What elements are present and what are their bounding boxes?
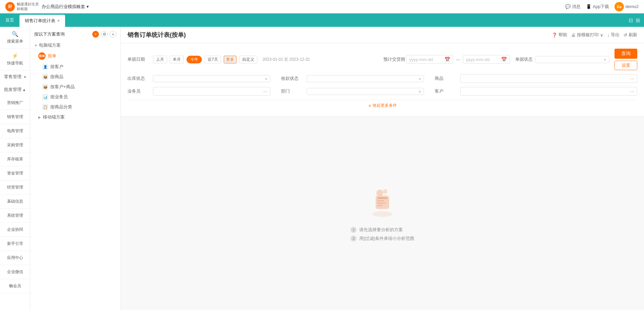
page-header: 销售订单统计表(按单) ❓ 帮助 🖨 按模板打印 ∨ ↓ 导出: [121, 27, 644, 43]
sidebar: 🔍 搜索菜单 ⚡ 快捷导航 零售管理 ▾ 批发管理 ▲ 营销推广 销售管理 电商…: [0, 27, 30, 310]
expected-date-end[interactable]: yyyy-mm-dd 📅: [463, 55, 510, 64]
tree-parent-mobile[interactable]: ▶ 移动端方案: [30, 112, 120, 122]
dropdown-icon[interactable]: ▾: [87, 4, 89, 9]
message-button[interactable]: 💬 消息: [565, 4, 581, 10]
filter-row-3: 业务员 ··· 部门 ∨ 客户 ···: [127, 87, 637, 96]
app-download-button[interactable]: 📱 App下载: [586, 4, 609, 10]
page-actions: ❓ 帮助 🖨 按模板打印 ∨ ↓ 导出 ↺ 刷新: [552, 32, 638, 38]
expected-date-start[interactable]: yyyy-mm-dd 📅: [406, 55, 453, 64]
query-button[interactable]: 查询: [614, 49, 637, 59]
dept-label: 部门: [281, 88, 301, 94]
minimize-icon[interactable]: ⊟: [629, 17, 633, 23]
sidebar-item-appcenter[interactable]: 应用中心: [0, 251, 30, 265]
filter-row-1: 单据日期 上月 本月 今年 近7天 更多 自定义 2023-01-01 至 20…: [127, 49, 637, 70]
sidebar-item-sales[interactable]: 销售管理: [0, 110, 30, 124]
date-btn-7days[interactable]: 近7天: [205, 56, 221, 63]
payment-arrow-icon: ∨: [419, 77, 421, 81]
tree-item-by-customer[interactable]: 👤 按客户: [30, 62, 120, 72]
collapse-bar[interactable]: ∧ 收起更多条件: [127, 100, 637, 111]
sidebar-item-marketing[interactable]: 营销推广: [0, 96, 30, 110]
tab-bar: 首页 销售订单统计表 × ⊟ ⊞: [0, 13, 644, 27]
calendar-start-icon[interactable]: 📅: [444, 57, 450, 62]
action-column: 查询 设置: [614, 49, 637, 70]
tree-item-by-salesman[interactable]: 📊 按业务员: [30, 92, 120, 102]
print-button[interactable]: 🖨 按模板打印 ∨: [571, 32, 603, 38]
sidebar-item-finance[interactable]: 资金管理: [0, 166, 30, 180]
sidebar-item-purchase[interactable]: 采购管理: [0, 138, 30, 152]
calendar-end-icon[interactable]: 📅: [501, 57, 507, 62]
refresh-button[interactable]: ↺ 刷新: [624, 32, 637, 38]
add-scheme-button[interactable]: +: [92, 31, 99, 38]
delivery-label: 出库状态: [127, 75, 148, 82]
payment-status-select[interactable]: ∨: [307, 75, 424, 82]
tab-active[interactable]: 销售订单统计表 ×: [19, 15, 65, 27]
sidebar-item-newbie[interactable]: 新手引导: [0, 237, 30, 251]
goods-input[interactable]: ···: [460, 74, 637, 83]
tree-item-by-customer-goods[interactable]: 📦 按客户+商品: [30, 82, 120, 92]
svg-point-7: [383, 189, 387, 194]
tab-home[interactable]: 首页: [0, 13, 19, 27]
salesman-dots-icon[interactable]: ···: [263, 89, 267, 94]
main-layout: 🔍 搜索菜单 ⚡ 快捷导航 零售管理 ▾ 批发管理 ▲ 营销推广 销售管理 电商…: [0, 27, 644, 310]
delivery-status-select[interactable]: ∨: [153, 75, 270, 82]
date-btn-this-year[interactable]: 今年: [186, 56, 202, 63]
tree-arrow-desktop: ▼: [34, 44, 38, 47]
sidebar-item-member[interactable]: 畅会员: [0, 279, 30, 293]
settings-scheme-button[interactable]: ⚙: [101, 31, 108, 38]
svg-rect-3: [377, 200, 384, 201]
by-category-icon: 📋: [42, 104, 48, 110]
goods-dots-icon[interactable]: ···: [630, 76, 634, 81]
svg-point-0: [372, 211, 392, 217]
sidebar-item-wholesale[interactable]: 批发管理 ▲: [0, 83, 30, 96]
tree-parent-desktop[interactable]: ▼ 电脑端方案: [30, 40, 120, 50]
dept-arrow-icon: ∨: [419, 90, 421, 93]
app-title[interactable]: 办公用品行业模拟账套 ▾: [42, 4, 89, 10]
sidebar-item-enterprise[interactable]: 企业协同: [0, 223, 30, 237]
sidebar-item-system[interactable]: 系统管理: [0, 209, 30, 223]
salesman-input[interactable]: ···: [153, 87, 270, 96]
dept-select[interactable]: ∨: [307, 88, 424, 95]
customer-dots-icon[interactable]: ···: [630, 89, 634, 94]
help-button[interactable]: ❓ 帮助: [552, 32, 567, 38]
tree-item-by-category[interactable]: 📋 按商品分类: [30, 102, 120, 112]
date-btn-more[interactable]: 更多: [224, 56, 236, 63]
maximize-icon[interactable]: ⊞: [636, 17, 640, 23]
svg-rect-2: [377, 197, 387, 199]
customer-label: 客户: [435, 88, 455, 94]
top-bar: 好 畅捷通好生意 标账版 办公用品行业模拟账套 ▾ 💬 消息 📱 App下载 E…: [0, 0, 644, 13]
tree-item-by-goods[interactable]: 📦 按商品: [30, 72, 120, 82]
sidebar-search[interactable]: 🔍 搜索菜单: [0, 27, 30, 49]
sidebar-item-operations[interactable]: 经营管理: [0, 180, 30, 195]
sidebar-item-wechat[interactable]: 企业微信: [0, 265, 30, 279]
settings-button[interactable]: 设置: [614, 61, 637, 70]
date-btn-this-month[interactable]: 本月: [170, 56, 184, 63]
sidebar-item-retail[interactable]: 零售管理 ▾: [0, 70, 30, 83]
top-bar-right: 💬 消息 📱 App下载 Ea demo2: [565, 2, 639, 11]
download-icon: 📱: [586, 4, 591, 9]
tab-close-icon[interactable]: ×: [57, 18, 60, 23]
export-button[interactable]: ↓ 导出: [607, 32, 620, 38]
by-customer-goods-icon: 📦: [42, 84, 48, 90]
user-menu[interactable]: Ea demo2: [614, 2, 639, 11]
expected-date-label: 预计交货期: [383, 56, 404, 62]
logo-text: 畅捷通好生意 标账版: [17, 2, 39, 11]
hint-item-1: 1 请先选择要分析的方案: [351, 227, 414, 233]
collapse-icon: ∧: [368, 103, 371, 108]
sidebar-item-basic[interactable]: 基础信息: [0, 195, 30, 209]
tree-item-by-order[interactable]: 按单 按单: [30, 50, 120, 62]
collapse-panel-button[interactable]: «: [110, 31, 116, 38]
content-area: 按以下方案查询 + ⚙ « ▼ 电脑端方案 按单 按单 👤 按客户 📦: [30, 27, 644, 310]
page-title: 销售订单统计表(按单): [127, 31, 186, 39]
step-num-1: 1: [351, 227, 357, 233]
date-btn-last-month[interactable]: 上月: [153, 56, 167, 63]
retail-arrow: ▾: [24, 75, 26, 79]
sidebar-quick-nav[interactable]: ⚡ 快捷导航: [0, 49, 30, 70]
by-goods-icon: 📦: [42, 74, 48, 80]
order-status-select[interactable]: ∨: [535, 56, 609, 63]
customer-input[interactable]: ···: [460, 87, 637, 96]
by-order-icon: 按单: [38, 52, 46, 60]
date-btn-custom[interactable]: 自定义: [239, 56, 257, 63]
sidebar-item-ecommerce[interactable]: 电商管理: [0, 124, 30, 138]
date-label: 单据日期: [127, 56, 148, 62]
sidebar-item-inventory[interactable]: 库存核算: [0, 152, 30, 166]
